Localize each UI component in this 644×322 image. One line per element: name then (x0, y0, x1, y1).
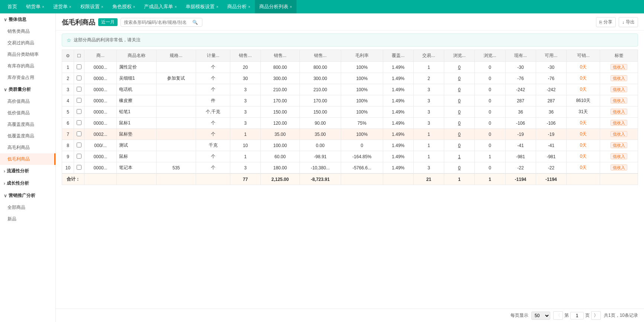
cell-spec (156, 151, 196, 162)
cell-cover: 1.49% (383, 62, 413, 73)
table-row: 9 0000... 鼠标 个 1 60.00 -98.91 -164.85% 1… (62, 151, 638, 162)
col-checkbox[interactable]: ☐ (74, 50, 84, 62)
sidebar-group-marketing[interactable]: ∨ 营销推广分析 (0, 189, 55, 202)
cell-unit: 个 (196, 84, 230, 95)
cell-saleable: 8610天 (567, 95, 600, 106)
cell-tag: 低收入 (600, 106, 638, 118)
table-row: 10 0000... 笔记本 535 个 3 180.00 -10,380...… (62, 162, 638, 174)
cell-browse1[interactable]: 0 (444, 140, 475, 151)
cell-browse1[interactable]: 0 (444, 162, 475, 174)
cell-checkbox[interactable] (74, 62, 84, 73)
sidebar-item-new-goods[interactable]: 新品 (0, 213, 55, 225)
top-navigation: 首页 销货单 × 进货单 × 权限设置 × 角色授权 × 产成品入库单 × 单据… (0, 0, 644, 13)
cell-checkbox[interactable] (74, 140, 84, 151)
nav-goods-analysis-list[interactable]: 商品分析列表 × (255, 0, 297, 13)
cell-browse1[interactable]: 1 (444, 151, 475, 162)
cell-code: 0000... (84, 151, 117, 162)
close-icon[interactable]: × (133, 5, 135, 9)
sidebar-item-high-margin[interactable]: 高毛利商品 (0, 142, 55, 153)
close-icon[interactable]: × (216, 5, 218, 9)
share-button[interactable]: ⎘ 分享 (596, 17, 616, 27)
per-page-select[interactable]: 50 20 100 (531, 312, 550, 320)
nav-purchase[interactable]: 进货单 × (49, 0, 76, 13)
cell-sale1: 3 (230, 162, 260, 174)
col-settings[interactable]: ⚙ (62, 50, 74, 62)
cell-cover: 1.49% (383, 162, 413, 174)
cell-current: -41 (505, 140, 536, 151)
cell-num: 10 (62, 162, 74, 174)
sidebar-item-low-margin[interactable]: 低毛利商品 (0, 153, 55, 165)
table-row: 5 0000... 铅笔1 个,千克 3 150.00 150.00 100% … (62, 106, 638, 118)
sidebar-group-growth[interactable]: › 成长性分析 (0, 177, 55, 189)
cell-checkbox[interactable] (74, 95, 84, 106)
sidebar-group-cluster[interactable]: ∨ 类群量分析 (0, 83, 55, 96)
cell-current: -76 (505, 73, 536, 84)
close-icon[interactable]: × (290, 5, 292, 9)
nav-permissions[interactable]: 权限设置 × (76, 0, 108, 13)
close-icon[interactable]: × (42, 5, 44, 9)
nav-roles[interactable]: 角色授权 × (108, 0, 140, 13)
close-icon[interactable]: × (248, 5, 250, 9)
col-name: 商品名称 (116, 50, 156, 62)
export-button[interactable]: ↓ 导出 (619, 17, 638, 27)
sidebar-item-all-goods[interactable]: 全部商品 (0, 202, 55, 213)
sidebar: ∨ 整体信息 销售类商品 交易过的商品 商品分类助销率 有库存的商品 库存资金占… (0, 13, 56, 322)
sidebar-item-stocked-goods[interactable]: 有库存的商品 (0, 60, 55, 72)
nav-sales[interactable]: 销货单 × (22, 0, 49, 13)
cell-saleable: 0天 (567, 129, 600, 140)
page-unit: 页 (585, 312, 590, 319)
search-container: 🔍 (121, 18, 202, 27)
nav-goods-analysis[interactable]: 商品分析 × (223, 0, 255, 13)
cell-spec (156, 84, 196, 95)
footer-empty5 (341, 173, 383, 185)
cell-browse1[interactable]: 0 (444, 84, 475, 95)
cell-checkbox[interactable] (74, 151, 84, 162)
cell-browse1[interactable]: 0 (444, 73, 475, 84)
period-button[interactable]: 近一月 (98, 18, 118, 26)
search-input[interactable] (124, 20, 191, 25)
sidebar-item-low-coverage[interactable]: 低覆盖度商品 (0, 130, 55, 142)
cell-avail: -242 (536, 84, 566, 95)
cell-checkbox[interactable] (74, 106, 84, 118)
search-icon[interactable]: 🔍 (192, 20, 198, 25)
footer-avail: -1194 (536, 173, 566, 185)
close-icon[interactable]: × (174, 5, 177, 9)
sidebar-item-inventory-capital[interactable]: 库存资金占用 (0, 72, 55, 83)
sidebar-item-high-coverage[interactable]: 高覆盖度商品 (0, 119, 55, 130)
nav-product-entry[interactable]: 产成品入库单 × (140, 0, 181, 13)
cell-browse1[interactable]: 0 (444, 129, 475, 140)
footer-empty6 (383, 173, 413, 185)
nav-template[interactable]: 单据模板设置 × (181, 0, 223, 13)
cell-num: 9 (62, 151, 74, 162)
cell-browse1[interactable]: 0 (444, 106, 475, 118)
close-icon[interactable]: × (69, 5, 71, 9)
cell-checkbox[interactable] (74, 129, 84, 140)
cell-browse1[interactable]: 0 (444, 95, 475, 106)
cell-checkbox[interactable] (74, 162, 84, 174)
per-page-label: 每页显示 (510, 312, 528, 319)
cell-checkbox[interactable] (74, 84, 84, 95)
prev-page-button[interactable]: 〈 (553, 311, 563, 320)
cell-browse1[interactable]: 0 (444, 62, 475, 73)
sidebar-item-traded-goods[interactable]: 交易过的商品 (0, 37, 55, 49)
sidebar-item-low-value[interactable]: 低价值商品 (0, 107, 55, 119)
cell-avail: 36 (536, 106, 566, 118)
cell-name: 笔记本 (116, 162, 156, 174)
next-page-button[interactable]: 〉 (591, 311, 601, 320)
nav-home[interactable]: 首页 (3, 0, 22, 13)
sidebar-item-high-value[interactable]: 高价值商品 (0, 96, 55, 107)
cell-sale2: 210.00 (261, 84, 299, 95)
sidebar-group-overall[interactable]: ∨ 整体信息 (0, 13, 55, 26)
cell-browse1[interactable]: 0 (444, 118, 475, 129)
sidebar-group-liquidity[interactable]: › 流通性分析 (0, 165, 55, 177)
cell-checkbox[interactable] (74, 118, 84, 129)
table-row: 1 0000... 属性定价 个 20 800.00 800.00 100% 1… (62, 62, 638, 73)
sidebar-item-category-rate[interactable]: 商品分类助销率 (0, 49, 55, 60)
page-number-input[interactable] (570, 312, 584, 319)
sidebar-item-sales-goods[interactable]: 销售类商品 (0, 26, 55, 37)
cell-unit: 件 (196, 95, 230, 106)
cell-checkbox[interactable] (74, 73, 84, 84)
cell-tag: 低收入 (600, 118, 638, 129)
cell-saleable: 0天 (567, 84, 600, 95)
close-icon[interactable]: × (101, 5, 103, 9)
